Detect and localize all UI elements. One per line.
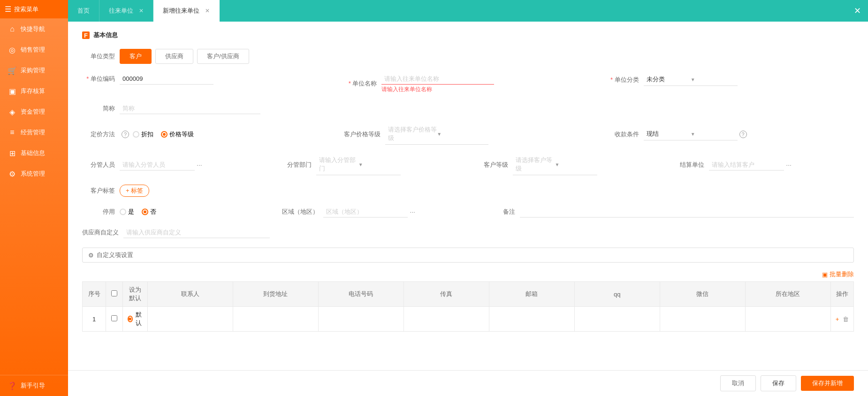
type-btn-both[interactable]: 客户/供应商 (197, 49, 249, 64)
customer-price-label: 客户价格等级 (344, 130, 385, 139)
supplier-custom-input[interactable] (123, 227, 270, 238)
tab-home[interactable]: 首页 (68, 0, 99, 22)
sidebar-item-quick-nav[interactable]: ⌂ 快捷导航 (0, 19, 68, 39)
row-checkbox[interactable] (111, 315, 117, 321)
pricing-discount-radio[interactable] (133, 131, 139, 138)
default-radio[interactable] (128, 316, 133, 322)
col-phone: 电话号码 (318, 282, 404, 307)
col-qq: qq (574, 282, 660, 307)
batch-delete-button[interactable]: 批量删除 (830, 270, 854, 279)
email-input[interactable] (494, 314, 570, 325)
pricing-discount-option[interactable]: 折扣 (133, 130, 153, 139)
add-tag-label: + 标签 (126, 186, 143, 195)
col-checkbox (106, 282, 123, 307)
customer-level-placeholder: 请选择客户等级 (516, 156, 555, 173)
purchase-icon: 🛒 (8, 66, 17, 75)
sidebar-label-purchase: 采购管理 (21, 66, 45, 75)
type-btn-customer[interactable]: 客户 (120, 49, 152, 64)
pricing-level-radio[interactable] (161, 131, 168, 138)
search-menu[interactable]: ☰ 搜索菜单 (0, 0, 68, 19)
tab-contacts[interactable]: 往来单位 ✕ (99, 0, 153, 22)
tab-contacts-close[interactable]: ✕ (139, 8, 144, 14)
area-input[interactable] (750, 314, 826, 325)
payment-select[interactable]: 现结 ▼ (644, 128, 738, 140)
payment-help-icon[interactable]: ? (739, 131, 747, 138)
disabled-no-option[interactable]: 否 (142, 208, 156, 216)
pricing-help-icon[interactable]: ? (122, 131, 129, 138)
department-group: 分管部门 请输入分管部门 ▼ (279, 154, 461, 175)
type-btn-supplier[interactable]: 供应商 (155, 49, 193, 64)
wechat-input[interactable] (665, 314, 740, 325)
tab-new-contact[interactable]: 新增往来单位 ✕ (153, 0, 220, 22)
select-all-checkbox[interactable] (111, 290, 117, 296)
newbie-icon: ❓ (8, 381, 17, 390)
unit-type-group: 单位类型 客户 供应商 客户/供应商 (82, 49, 854, 64)
cell-fax (404, 307, 489, 332)
custom-settings-button[interactable]: ⚙ 自定义项设置 (82, 248, 854, 263)
sidebar-item-inventory[interactable]: ▣ 库存核算 (0, 81, 68, 101)
manager-input[interactable] (120, 159, 195, 171)
short-name-row: 简称 (82, 103, 854, 114)
disabled-no-radio[interactable] (142, 209, 148, 215)
sidebar-item-basic-info[interactable]: ⊞ 基础信息 (0, 143, 68, 163)
sidebar-bottom: ❓ 新手引导 (0, 375, 68, 396)
default-radio-option[interactable]: 默认 (128, 311, 143, 327)
sidebar-item-sales[interactable]: ◎ 销售管理 (0, 39, 68, 60)
table-header-row: 序号 设为默认 联系人 到货地址 电话号码 传真 邮箱 qq 微信 所在地区 操… (83, 282, 854, 307)
disabled-yes-option[interactable]: 是 (120, 208, 134, 216)
short-name-input[interactable] (120, 103, 260, 114)
pricing-level-option[interactable]: 价格等级 (161, 130, 194, 139)
phone-input[interactable] (323, 314, 399, 325)
pricing-discount-label: 折扣 (141, 130, 153, 139)
section-title: 基本信息 (93, 31, 118, 39)
sidebar-item-newbie[interactable]: ❓ 新手引导 (0, 375, 68, 396)
unit-type-row: 单位类型 客户 供应商 客户/供应商 (82, 49, 854, 64)
disabled-group: 停用 是 否 (82, 208, 268, 216)
tab-new-contact-close[interactable]: ✕ (205, 8, 210, 14)
settlement-label: 结算单位 (671, 161, 709, 169)
cell-action: + 🗑 (830, 307, 853, 332)
manager-more[interactable]: ··· (197, 161, 202, 169)
cancel-button[interactable]: 取消 (720, 375, 756, 391)
save-new-button[interactable]: 保存并新增 (801, 376, 854, 391)
section-icon: F (82, 31, 90, 39)
inventory-icon: ▣ (8, 86, 17, 96)
delete-row-button[interactable]: 🗑 (843, 316, 849, 323)
save-button[interactable]: 保存 (761, 375, 796, 391)
customer-price-select[interactable]: 请选择客户价格等级 ▼ (385, 124, 488, 145)
region-more[interactable]: ··· (410, 208, 415, 216)
notes-label: 备注 (482, 208, 520, 216)
unit-type-label: 单位类型 (82, 52, 120, 61)
notes-input[interactable] (520, 206, 854, 217)
add-row-button[interactable]: + (836, 316, 839, 323)
payment-group: 收款条件 现结 ▼ ? (606, 128, 854, 140)
sidebar-item-purchase[interactable]: 🛒 采购管理 (0, 60, 68, 81)
region-input[interactable] (323, 206, 408, 217)
department-select[interactable]: 请输入分管部门 ▼ (316, 154, 401, 175)
sidebar-item-operations[interactable]: ≡ 经营管理 (0, 122, 68, 143)
supplier-custom-label: 供应商自定义 (82, 228, 123, 237)
add-tag-button[interactable]: + 标签 (120, 185, 149, 197)
contact-input[interactable] (152, 314, 228, 325)
settlement-more[interactable]: ··· (786, 161, 792, 169)
unit-code-input[interactable] (120, 73, 213, 85)
sidebar-item-capital[interactable]: ◈ 资金管理 (0, 101, 68, 122)
disabled-yes-radio[interactable] (120, 209, 126, 215)
customer-level-select[interactable]: 请选择客户等级 ▼ (513, 154, 597, 175)
search-menu-label: 搜索菜单 (14, 5, 38, 14)
unit-category-label: 单位分类 (606, 76, 644, 84)
tab-new-contact-label: 新增往来单位 (163, 7, 199, 15)
unit-category-select[interactable]: 未分类 ▼ (644, 73, 738, 86)
basic-info-icon: ⊞ (8, 148, 17, 158)
address-input[interactable] (238, 314, 313, 325)
fax-input[interactable] (409, 314, 484, 325)
cell-seq: 1 (83, 307, 106, 332)
settlement-input[interactable] (709, 159, 784, 171)
cell-qq (574, 307, 660, 332)
sidebar-item-system[interactable]: ⚙ 系统管理 (0, 163, 68, 184)
footer-bar: 取消 保存 保存并新增 (68, 370, 868, 396)
qq-input[interactable] (579, 314, 655, 325)
unit-name-input[interactable] (381, 73, 494, 85)
window-close-button[interactable]: ✕ (846, 0, 868, 22)
sidebar-label-inventory: 库存核算 (21, 87, 45, 95)
